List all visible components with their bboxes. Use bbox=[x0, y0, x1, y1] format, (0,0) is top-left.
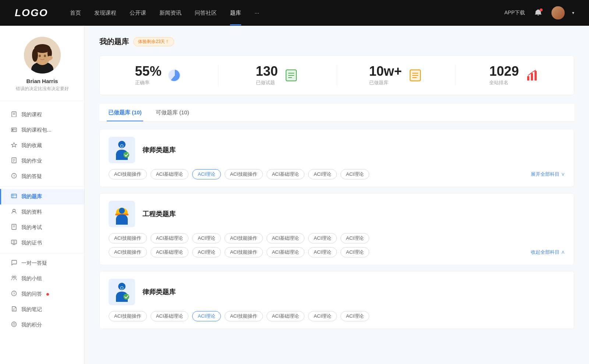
sidebar-label-packages: 我的课程包... bbox=[21, 127, 52, 133]
sidebar-item-cert[interactable]: 我的证书 bbox=[0, 235, 84, 251]
divider-2 bbox=[0, 253, 84, 253]
bank-3-name: 律师类题库 bbox=[142, 288, 176, 296]
sidebar-label-favorites: 我的收藏 bbox=[21, 142, 42, 149]
nav-links: 首页 发现课程 公开课 新闻资讯 问答社区 题库 ··· bbox=[70, 10, 504, 17]
question-icon: ? bbox=[10, 173, 18, 180]
lawyer-icon bbox=[112, 139, 131, 161]
bank-1-expand-btn[interactable]: 展开全部科目 ∨ bbox=[531, 171, 565, 178]
svg-point-40 bbox=[13, 323, 15, 325]
sidebar-label-points: 我的积分 bbox=[21, 322, 42, 328]
nav-link-bank[interactable]: 题库 bbox=[230, 10, 241, 17]
bank-3-tag-4[interactable]: ACI基础理论 bbox=[267, 311, 305, 321]
lawyer-icon-2 bbox=[112, 281, 131, 303]
bank-3-tag-6[interactable]: ACI理论 bbox=[341, 311, 369, 321]
bank-2-tag-r1-1[interactable]: ACI基础理论 bbox=[151, 233, 189, 243]
bank-1-tag-5[interactable]: ACI理论 bbox=[308, 169, 337, 179]
sidebar-label-one-on-one: 一对一答疑 bbox=[21, 260, 47, 267]
stat-rank-label: 全站排名 bbox=[489, 79, 519, 86]
avatar bbox=[24, 37, 61, 74]
nav-link-open[interactable]: 公开课 bbox=[130, 10, 146, 17]
notification-bell[interactable] bbox=[532, 7, 544, 19]
group-icon bbox=[10, 275, 18, 282]
app-download-link[interactable]: APP下载 bbox=[504, 10, 525, 16]
svg-rect-31 bbox=[11, 240, 17, 244]
trial-badge: 体验剩余23天！ bbox=[133, 37, 174, 46]
user-menu-chevron[interactable]: ▾ bbox=[572, 10, 574, 15]
sidebar-label-exams: 我的考试 bbox=[21, 224, 42, 231]
bank-2-tag-r2-2[interactable]: ACI理论 bbox=[192, 247, 221, 257]
svg-point-57 bbox=[120, 144, 123, 147]
star-icon bbox=[10, 142, 18, 149]
bank-3-tag-3[interactable]: ACI技能操作 bbox=[225, 311, 263, 321]
bank-2-tag-r2-5[interactable]: ACI理论 bbox=[308, 247, 337, 257]
sidebar-item-homework[interactable]: 我的作业 bbox=[0, 153, 84, 169]
bank-3-tag-1[interactable]: ACI基础理论 bbox=[151, 311, 189, 321]
sidebar-item-questions[interactable]: ? 我的答疑 bbox=[0, 169, 84, 184]
stat-questions-done: 130 已做试题 bbox=[218, 65, 337, 86]
stat-banks-number: 10w+ bbox=[369, 65, 402, 78]
nav-link-more[interactable]: ··· bbox=[254, 10, 259, 17]
bank-2-tag-r2-1[interactable]: ACI基础理论 bbox=[151, 247, 189, 257]
bank-2-tag-r1-2[interactable]: ACI理论 bbox=[192, 233, 221, 243]
logo[interactable]: LOGO bbox=[15, 7, 48, 19]
bank-1-tag-1[interactable]: ACI基础理论 bbox=[151, 169, 189, 179]
sidebar: Brian Harris 错误的决定比没有决定要好 我的课程 我的课程包... bbox=[0, 26, 85, 364]
svg-point-58 bbox=[123, 152, 129, 158]
sidebar-item-one-on-one[interactable]: 一对一答疑 bbox=[0, 256, 84, 271]
bank-2-tag-r1-0[interactable]: ACI技能操作 bbox=[109, 233, 147, 243]
bank-3-tag-0[interactable]: ACI技能操作 bbox=[109, 311, 147, 321]
bank-2-tag-r1-6[interactable]: ACI理论 bbox=[341, 233, 369, 243]
sidebar-item-course-packages[interactable]: 我的课程包... bbox=[0, 122, 84, 138]
sidebar-item-exams[interactable]: 我的考试 bbox=[0, 220, 84, 235]
bank-2-tag-r2-6[interactable]: ACI理论 bbox=[341, 247, 369, 257]
profile-icon bbox=[10, 208, 18, 216]
sidebar-item-my-qa[interactable]: ? 我的问答 bbox=[0, 286, 84, 302]
svg-rect-24 bbox=[11, 194, 17, 198]
stat-banks-done: 10w+ 已做题库 bbox=[337, 65, 456, 86]
svg-rect-16 bbox=[15, 129, 16, 131]
homework-icon bbox=[10, 157, 18, 165]
notes-icon bbox=[10, 306, 18, 313]
user-avatar[interactable] bbox=[551, 6, 565, 19]
sidebar-item-groups[interactable]: 我的小组 bbox=[0, 271, 84, 286]
sidebar-item-favorites[interactable]: 我的收藏 bbox=[0, 138, 84, 153]
sidebar-item-notes[interactable]: 我的笔记 bbox=[0, 302, 84, 317]
bank-1-tag-2[interactable]: ACI理论 bbox=[192, 169, 221, 179]
bank-1-tag-4[interactable]: ACI基础理论 bbox=[267, 169, 305, 179]
bank-2-tag-r2-0[interactable]: ACI技能操作 bbox=[109, 247, 147, 257]
nav-link-discover[interactable]: 发现课程 bbox=[94, 10, 116, 17]
sidebar-item-my-courses[interactable]: 我的课程 bbox=[0, 107, 84, 122]
bank-2-tag-r1-4[interactable]: ACI基础理论 bbox=[267, 233, 305, 243]
svg-point-7 bbox=[39, 55, 41, 57]
main-content: 我的题库 体验剩余23天！ 55% 正确率 bbox=[85, 26, 589, 364]
bank-1-tag-6[interactable]: ACI理论 bbox=[341, 169, 369, 179]
sidebar-label-questions: 我的答疑 bbox=[21, 173, 42, 180]
sidebar-item-points[interactable]: 我的积分 bbox=[0, 317, 84, 333]
sidebar-menu: 我的课程 我的课程包... 我的收藏 我的作业 bbox=[0, 107, 84, 333]
sidebar-item-bank[interactable]: 我的题库 bbox=[0, 189, 84, 204]
page-title: 我的题库 bbox=[99, 37, 129, 47]
tab-available-banks[interactable]: 可做题库 (10) bbox=[154, 104, 191, 121]
sidebar-item-profile[interactable]: 我的资料 bbox=[0, 204, 84, 220]
nav-link-qa[interactable]: 问答社区 bbox=[195, 10, 217, 17]
bank-2-tag-r1-3[interactable]: ACI技能操作 bbox=[225, 233, 263, 243]
nav-link-home[interactable]: 首页 bbox=[70, 10, 81, 17]
bank-3-tag-5[interactable]: ACI理论 bbox=[308, 311, 337, 321]
stat-banks-label: 已做题库 bbox=[369, 79, 402, 86]
tab-done-banks[interactable]: 已做题库 (10) bbox=[107, 104, 143, 121]
bank-2-tag-r2-3[interactable]: ACI技能操作 bbox=[225, 247, 263, 257]
sidebar-label-my-qa: 我的问答 bbox=[21, 291, 42, 297]
bank-2-collapse-btn[interactable]: 收起全部科目 ∧ bbox=[531, 249, 565, 256]
bank-3-tag-2[interactable]: ACI理论 bbox=[192, 311, 221, 321]
bank-card-1-header: 律师类题库 bbox=[109, 137, 565, 163]
bank-1-tag-0[interactable]: ACI技能操作 bbox=[109, 169, 147, 179]
bank-2-tag-r1-5[interactable]: ACI理论 bbox=[308, 233, 337, 243]
bank-2-name: 工程类题库 bbox=[142, 210, 176, 218]
nav-link-news[interactable]: 新闻资讯 bbox=[159, 10, 181, 17]
svg-rect-53 bbox=[531, 73, 533, 81]
bank-1-icon-wrap bbox=[109, 137, 135, 163]
svg-point-63 bbox=[123, 294, 129, 300]
bank-1-tag-3[interactable]: ACI技能操作 bbox=[225, 169, 263, 179]
bank-1-name: 律师类题库 bbox=[142, 146, 176, 154]
bank-2-tag-r2-4[interactable]: ACI基础理论 bbox=[267, 247, 305, 257]
